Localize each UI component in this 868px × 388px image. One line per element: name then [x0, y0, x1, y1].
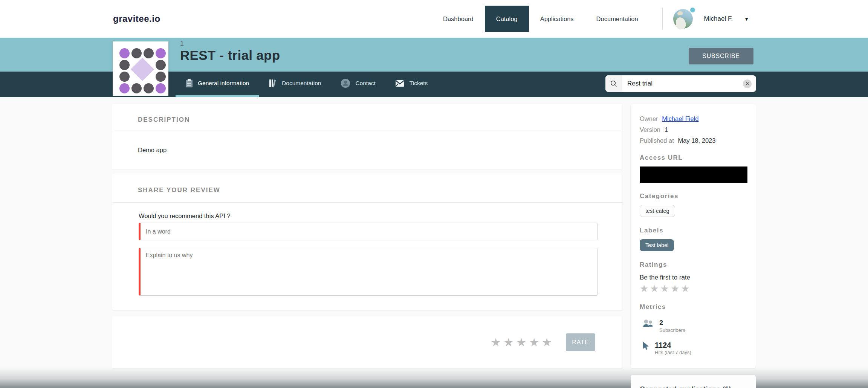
tab-contact[interactable]: Contact: [331, 72, 385, 97]
version-label: Version: [640, 126, 660, 133]
tab-label: General information: [198, 80, 249, 87]
nav-links: Dashboard Catalog Applications Documenta…: [432, 0, 649, 38]
access-url-redacted: [640, 167, 747, 183]
top-navigation: gravitee.io Dashboard Catalog Applicatio…: [0, 0, 868, 38]
published-value: May 18, 2023: [678, 137, 715, 144]
rating-stars-input[interactable]: ★★★★★: [491, 337, 555, 348]
description-card: DESCRIPTION Demo app: [112, 104, 622, 170]
owner-row: Owner Michael Field: [640, 115, 747, 122]
tab-label: Documentation: [282, 80, 321, 87]
hits-value: 1124: [655, 341, 691, 349]
review-card: SHARE YOUR REVIEW Would you recommend th…: [112, 174, 622, 310]
subscribers-icon: [642, 319, 655, 330]
description-text: Demo app: [112, 132, 622, 168]
subscribers-metric: 2 Subscribers: [640, 319, 747, 333]
api-title-block: 1 REST - trial app: [180, 39, 280, 63]
chevron-down-icon[interactable]: ▼: [744, 16, 749, 22]
api-logo: [113, 41, 168, 96]
mail-icon: [395, 79, 405, 87]
online-status-dot: [690, 8, 695, 12]
subscribers-label: Subscribers: [659, 327, 685, 333]
rate-button[interactable]: RATE: [566, 333, 595, 351]
clear-search-icon[interactable]: ✕: [743, 79, 752, 88]
hits-label: Hits (last 7 days): [655, 350, 691, 355]
review-title: SHARE YOUR REVIEW: [112, 174, 622, 203]
subscribe-button[interactable]: SUBSCRIBE: [689, 48, 753, 64]
search-icon: [605, 75, 622, 92]
category-chip[interactable]: test-categ: [640, 205, 675, 217]
categories-heading: Categories: [640, 192, 747, 200]
owner-link[interactable]: Michael Field: [662, 115, 698, 122]
search-input[interactable]: [622, 80, 743, 87]
published-row: Published at May 18, 2023: [640, 137, 747, 144]
version-row: Version 1: [640, 126, 747, 133]
ratings-empty-text: Be the first to rate: [640, 274, 747, 281]
user-menu[interactable]: Michael F. ▼: [673, 9, 749, 29]
review-why-textarea[interactable]: [139, 248, 598, 296]
main-content: DESCRIPTION Demo app SHARE YOUR REVIEW W…: [0, 97, 868, 388]
description-title: DESCRIPTION: [112, 104, 622, 132]
logo-diamond: [131, 58, 154, 81]
nav-item-catalog[interactable]: Catalog: [485, 6, 529, 32]
nav-item-applications[interactable]: Applications: [529, 0, 585, 38]
connected-applications-title: Connected applications (1): [640, 385, 747, 388]
metrics-heading: Metrics: [640, 303, 747, 311]
connected-applications-card: Connected applications (1): [631, 375, 756, 388]
nav-item-documentation[interactable]: Documentation: [585, 0, 649, 38]
clipboard-icon: [185, 79, 193, 88]
api-version-number: 1: [180, 39, 280, 47]
rate-card: ★★★★★ RATE: [112, 316, 622, 368]
gravitee-logo[interactable]: gravitee.io: [113, 14, 160, 24]
ratings-stars-display: ★★★★★: [640, 284, 747, 293]
cursor-icon: [642, 341, 650, 353]
nav-divider: [662, 8, 663, 30]
ratings-heading: Ratings: [640, 261, 747, 269]
tab-documentation[interactable]: Documentation: [259, 72, 331, 97]
owner-label: Owner: [640, 115, 658, 122]
api-search-box: ✕: [605, 75, 756, 92]
label-chip[interactable]: Test label: [640, 239, 674, 251]
person-icon: [341, 78, 350, 88]
nav-item-dashboard[interactable]: Dashboard: [432, 0, 485, 38]
tab-label: Tickets: [410, 80, 428, 87]
subscribers-value: 2: [659, 319, 685, 327]
review-word-input[interactable]: [139, 223, 598, 240]
tab-general-information[interactable]: General information: [176, 72, 259, 97]
user-name: Michael F.: [704, 15, 733, 23]
books-icon: [269, 79, 277, 88]
hits-metric: 1124 Hits (last 7 days): [640, 341, 747, 355]
api-title: REST - trial app: [180, 47, 280, 63]
review-question: Would you recommend this API ?: [139, 212, 598, 220]
tab-label: Contact: [355, 80, 375, 87]
tab-tickets[interactable]: Tickets: [385, 72, 438, 97]
published-label: Published at: [640, 137, 674, 144]
user-avatar[interactable]: [673, 9, 693, 29]
api-info-card: Owner Michael Field Version 1 Published …: [631, 104, 756, 368]
labels-heading: Labels: [640, 227, 747, 234]
access-url-heading: Access URL: [640, 154, 747, 162]
version-value: 1: [665, 126, 668, 133]
